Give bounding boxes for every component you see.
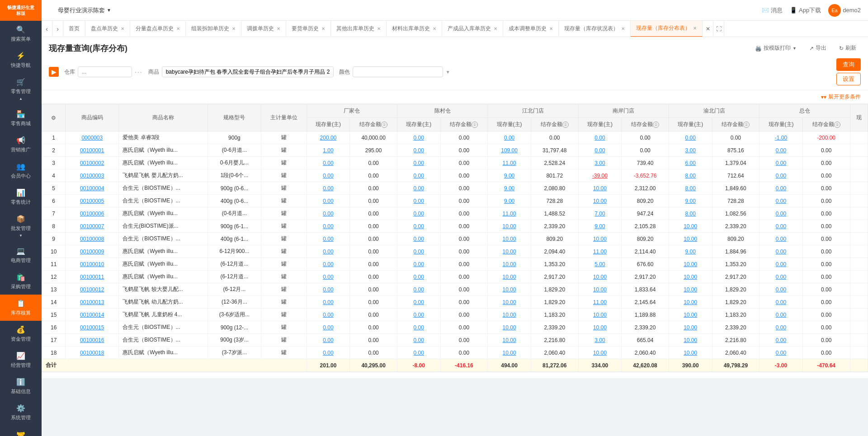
cell-code[interactable]: 00100006 — [66, 207, 119, 220]
cell-code[interactable]: 00100003 — [66, 169, 119, 182]
cell-factory-qty[interactable]: 0.00 — [307, 309, 350, 321]
cell-nanan-qty[interactable]: 0.00 — [578, 144, 622, 157]
cell-chenhe-qty[interactable]: 0.00 — [397, 309, 440, 321]
chenhe-info-icon[interactable]: ① — [472, 122, 478, 128]
cell-nanan-qty[interactable]: 10.00 — [578, 233, 622, 245]
cell-jiangbei-qty[interactable]: 9.00 — [488, 195, 531, 207]
cell-jiangbei-qty[interactable]: 10.00 — [488, 283, 531, 296]
cell-factory-qty[interactable]: 1.00 — [307, 144, 350, 157]
cell-factory-qty[interactable]: 0.00 — [307, 296, 350, 309]
expand-filter-button[interactable]: ▾▾ 展开更多条件 — [821, 93, 861, 101]
color-dropdown-icon[interactable]: ▼ — [446, 70, 450, 75]
cell-yubei-qty[interactable]: 6.00 — [669, 157, 712, 169]
cell-total-qty[interactable]: 0.00 — [760, 169, 803, 182]
cell-yubei-qty[interactable]: 3.00 — [669, 144, 712, 157]
cell-jiangbei-qty[interactable]: 10.00 — [488, 233, 531, 245]
cell-factory-qty[interactable]: 0.00 — [307, 182, 350, 195]
cell-total-qty[interactable]: 0.00 — [760, 207, 803, 220]
sidebar-item-collab[interactable]: 🤝 企业协同 — [0, 426, 42, 436]
color-input[interactable] — [353, 66, 443, 77]
cell-chenhe-qty[interactable]: 0.00 — [397, 157, 440, 169]
cell-factory-qty[interactable]: 0.00 — [307, 169, 350, 182]
cell-nanan-qty[interactable]: 5.00 — [578, 258, 622, 271]
cell-total-qty[interactable]: 0.00 — [760, 283, 803, 296]
cell-jiangbei-qty[interactable]: 10.00 — [488, 347, 531, 359]
goods-input[interactable] — [162, 66, 334, 77]
sidebar-item-marketing[interactable]: 📢 营销推广 — [0, 131, 42, 158]
cell-code[interactable]: 00100004 — [66, 182, 119, 195]
cell-total-qty[interactable]: 0.00 — [760, 157, 803, 169]
tab-inventory-count[interactable]: 盘点单历史 ✕ — [85, 21, 130, 37]
cell-chenhe-qty[interactable]: 0.00 — [397, 245, 440, 258]
tab-finished-inbound[interactable]: 产成品入库单历史 ✕ — [442, 21, 503, 37]
sidebar-item-purchase[interactable]: 🛍️ 采购管理 — [0, 268, 42, 295]
cell-yubei-qty[interactable]: 10.00 — [669, 334, 712, 347]
cell-yubei-qty[interactable]: 10.00 — [669, 233, 712, 245]
message-button[interactable]: ✉️ 消息 — [762, 6, 783, 14]
sidebar-item-basic-info[interactable]: ℹ️ 基础信息 — [0, 373, 42, 399]
cell-code[interactable]: 00100010 — [66, 258, 119, 271]
cell-nanan-qty[interactable]: 0.00 — [578, 131, 622, 144]
cell-yubei-qty[interactable]: 10.00 — [669, 283, 712, 296]
tab-next-button[interactable]: › — [52, 21, 63, 37]
cell-code[interactable]: 0000003 — [66, 131, 119, 144]
cell-factory-qty[interactable]: 0.00 — [307, 334, 350, 347]
tab-other-outbound[interactable]: 其他出库单历史 ✕ — [331, 21, 387, 37]
cell-jiangbei-qty[interactable]: 11.00 — [488, 207, 531, 220]
warehouse-more-button[interactable]: ··· — [135, 68, 143, 75]
cell-chenhe-qty[interactable]: 0.00 — [397, 195, 440, 207]
cell-nanan-qty[interactable]: 7.00 — [578, 207, 622, 220]
cell-yubei-qty[interactable]: 0.00 — [669, 131, 712, 144]
cell-chenhe-qty[interactable]: 0.00 — [397, 258, 440, 271]
sidebar-item-retail-mgmt[interactable]: 🛒 零售管理 ▲ — [0, 73, 42, 105]
cell-chenhe-qty[interactable]: 0.00 — [397, 296, 440, 309]
cell-jiangbei-qty[interactable]: 10.00 — [488, 258, 531, 271]
cell-factory-qty[interactable]: 0.00 — [307, 258, 350, 271]
tab-prev-button[interactable]: ‹ — [42, 21, 52, 37]
cell-factory-qty[interactable]: 0.00 — [307, 321, 350, 334]
cell-jiangbei-qty[interactable]: 10.00 — [488, 321, 531, 334]
cell-factory-qty[interactable]: 0.00 — [307, 195, 350, 207]
cell-nanan-qty[interactable]: 10.00 — [578, 347, 622, 359]
cell-total-qty[interactable]: 0.00 — [760, 321, 803, 334]
cell-code[interactable]: 00100009 — [66, 245, 119, 258]
cell-total-qty[interactable]: 0.00 — [760, 271, 803, 283]
tab-assembly[interactable]: 组装拆卸单历史 ✕ — [186, 21, 241, 37]
sidebar-item-members[interactable]: 👥 会员中心 — [0, 158, 42, 184]
cell-code[interactable]: 00100018 — [66, 347, 119, 359]
close-icon[interactable]: ✕ — [121, 26, 124, 31]
cell-chenhe-qty[interactable]: 0.00 — [397, 271, 440, 283]
query-button[interactable]: 查询 — [836, 58, 861, 71]
cell-total-qty[interactable]: 0.00 — [760, 309, 803, 321]
close-icon[interactable]: ✕ — [433, 26, 436, 31]
refresh-button[interactable]: ↻ 刷新 — [835, 42, 861, 54]
sidebar-item-shop[interactable]: 🏪 零售商城 — [0, 105, 42, 131]
cell-factory-qty[interactable]: 0.00 — [307, 347, 350, 359]
cell-factory-qty[interactable]: 0.00 — [307, 157, 350, 169]
cell-total-qty[interactable]: 0.00 — [760, 334, 803, 347]
cell-jiangbei-qty[interactable]: 10.00 — [488, 220, 531, 233]
th-settings[interactable]: ⚙ — [42, 104, 66, 131]
cell-yubei-qty[interactable]: 10.00 — [669, 271, 712, 283]
cell-jiangbei-qty[interactable]: 9.00 — [488, 169, 531, 182]
cell-code[interactable]: 00100016 — [66, 334, 119, 347]
cell-chenhe-qty[interactable]: 0.00 — [397, 321, 440, 334]
cell-yubei-qty[interactable]: 8.00 — [669, 207, 712, 220]
close-icon[interactable]: ✕ — [377, 26, 381, 31]
cell-code[interactable]: 00100007 — [66, 220, 119, 233]
cell-yubei-qty[interactable]: 10.00 — [669, 309, 712, 321]
cell-nanan-qty[interactable]: 10.00 — [578, 321, 622, 334]
sidebar-item-operations[interactable]: 📈 经营管理 — [0, 347, 42, 373]
cell-factory-qty[interactable]: 0.00 — [307, 220, 350, 233]
cell-yubei-qty[interactable]: 10.00 — [669, 321, 712, 334]
cell-code[interactable]: 00100005 — [66, 195, 119, 207]
cell-factory-qty[interactable]: 0.00 — [307, 233, 350, 245]
tab-close-all-button[interactable]: ✕ — [703, 21, 713, 37]
cell-factory-qty[interactable]: 0.00 — [307, 283, 350, 296]
cell-jiangbei-qty[interactable]: 0.00 — [488, 131, 531, 144]
cell-code[interactable]: 00100015 — [66, 321, 119, 334]
cell-factory-qty[interactable]: 0.00 — [307, 271, 350, 283]
cell-jiangbei-qty[interactable]: 11.00 — [488, 157, 531, 169]
app-download-button[interactable]: 📱 App下载 — [790, 6, 821, 14]
yubei-info-icon[interactable]: ① — [743, 122, 750, 128]
